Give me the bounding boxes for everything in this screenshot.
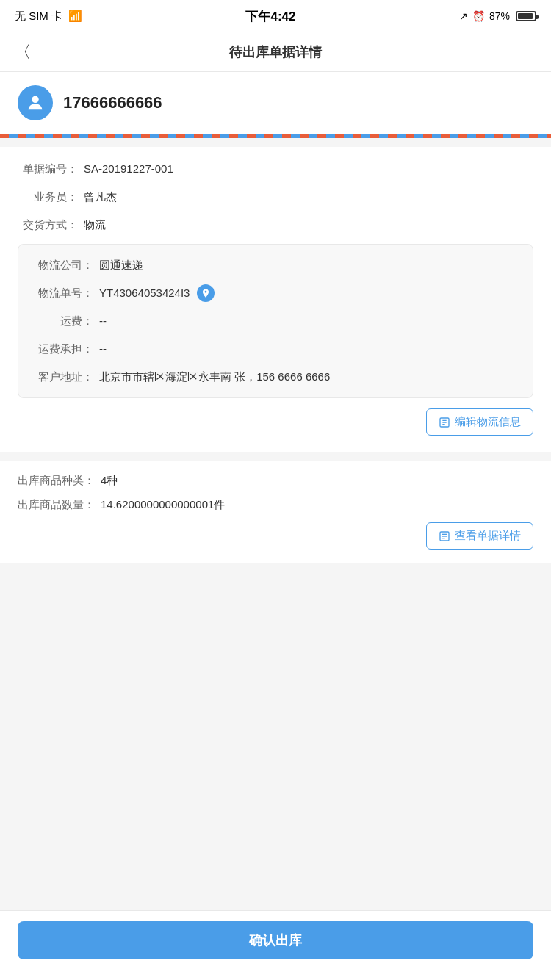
- logistics-company-label: 物流公司：: [33, 256, 99, 274]
- status-left: 无 SIM 卡 📶: [15, 10, 82, 24]
- battery-icon: [516, 11, 536, 21]
- goods-quantity-row: 出库商品数量： 14.6200000000000001件: [18, 498, 533, 512]
- address-value: 北京市市辖区海淀区永丰南 张，156 6666 6666: [99, 368, 518, 386]
- location-arrow-icon: ↗: [459, 10, 468, 22]
- confirm-btn-wrap: 确认出库: [0, 910, 551, 980]
- status-bar: 无 SIM 卡 📶 下午4:42 ↗ ⏰ 87%: [0, 0, 551, 32]
- status-right: ↗ ⏰ 87%: [459, 10, 536, 22]
- salesperson-row: 业务员： 曾凡杰: [18, 188, 533, 206]
- address-label: 客户地址：: [33, 368, 99, 386]
- freight-bearer-value: --: [99, 340, 518, 358]
- logistics-company-value: 圆通速递: [99, 256, 518, 274]
- delivery-method-value: 物流: [84, 216, 533, 234]
- document-number-row: 单据编号： SA-20191227-001: [18, 160, 533, 178]
- confirm-outbound-label: 确认出库: [249, 932, 302, 949]
- alarm-icon: ⏰: [472, 10, 485, 22]
- freight-label: 运费：: [33, 312, 99, 330]
- detail-btn-row: 查看单据详情: [18, 522, 533, 550]
- svg-point-0: [32, 96, 38, 103]
- delivery-method-row: 交货方式： 物流: [18, 216, 533, 234]
- logistics-company-row: 物流公司： 圆通速递: [33, 256, 518, 274]
- view-detail-label: 查看单据详情: [455, 529, 521, 543]
- logistics-card: 物流公司： 圆通速递 物流单号： YT43064053424I3 运费： --: [18, 244, 533, 398]
- avatar: [18, 85, 53, 120]
- dashed-divider: [0, 134, 551, 138]
- goods-quantity-value: 14.6200000000000001件: [101, 498, 225, 512]
- logistics-tracking-value-wrap: YT43064053424I3: [99, 284, 518, 302]
- confirm-outbound-button[interactable]: 确认出库: [18, 921, 533, 959]
- salesperson-label: 业务员：: [18, 188, 84, 206]
- view-detail-button[interactable]: 查看单据详情: [426, 522, 533, 550]
- freight-bearer-row: 运费承担： --: [33, 340, 518, 358]
- document-number-value: SA-20191227-001: [84, 160, 533, 178]
- address-row: 客户地址： 北京市市辖区海淀区永丰南 张，156 6666 6666: [33, 368, 518, 386]
- freight-value: --: [99, 312, 518, 330]
- carrier-text: 无 SIM 卡: [15, 10, 62, 24]
- freight-row: 运费： --: [33, 312, 518, 330]
- edit-logistics-button[interactable]: 编辑物流信息: [426, 408, 533, 436]
- order-info-section: 单据编号： SA-20191227-001 业务员： 曾凡杰 交货方式： 物流 …: [0, 147, 551, 452]
- logistics-tracking-row: 物流单号： YT43064053424I3: [33, 284, 518, 302]
- tracking-location-icon[interactable]: [197, 284, 215, 302]
- logistics-tracking-number: YT43064053424I3: [99, 284, 190, 302]
- goods-section: 出库商品种类： 4种 出库商品数量： 14.6200000000000001件 …: [0, 461, 551, 563]
- goods-type-row: 出库商品种类： 4种: [18, 474, 533, 488]
- edit-btn-row: 编辑物流信息: [18, 408, 533, 439]
- customer-section: 17666666666: [0, 72, 551, 134]
- customer-phone: 17666666666: [63, 93, 162, 112]
- goods-quantity-label: 出库商品数量：: [18, 498, 101, 512]
- delivery-method-label: 交货方式：: [18, 216, 84, 234]
- edit-logistics-label: 编辑物流信息: [455, 415, 521, 429]
- status-time: 下午4:42: [245, 8, 295, 25]
- goods-type-value: 4种: [101, 474, 118, 488]
- wifi-icon: 📶: [68, 10, 82, 23]
- document-number-label: 单据编号：: [18, 160, 84, 178]
- main-content: 17666666666 单据编号： SA-20191227-001 业务员： 曾…: [0, 72, 551, 644]
- back-button[interactable]: 〈: [9, 35, 37, 69]
- page-title: 待出库单据详情: [229, 43, 322, 61]
- battery-percent: 87%: [489, 10, 510, 22]
- freight-bearer-label: 运费承担：: [33, 340, 99, 358]
- logistics-tracking-label: 物流单号：: [33, 284, 99, 302]
- goods-type-label: 出库商品种类：: [18, 474, 101, 488]
- nav-bar: 〈 待出库单据详情: [0, 32, 551, 72]
- salesperson-value: 曾凡杰: [84, 188, 533, 206]
